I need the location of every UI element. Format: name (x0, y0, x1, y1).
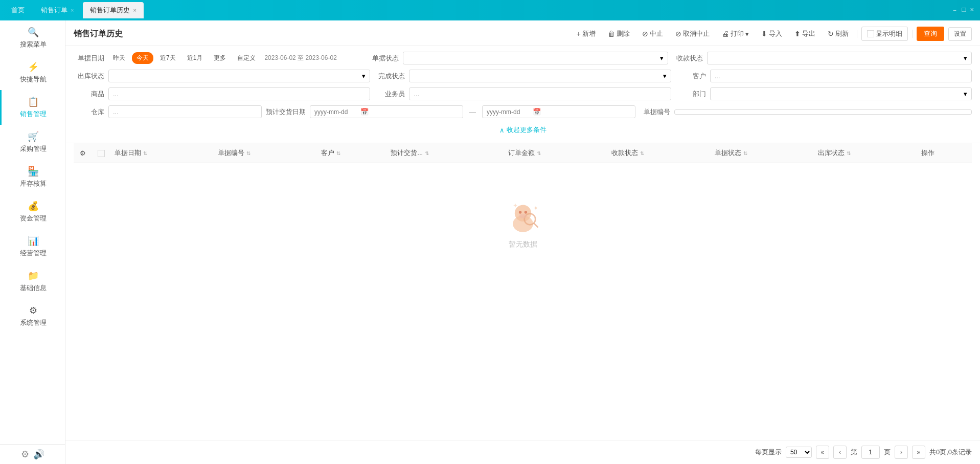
th-order-no-label: 单据编号 (218, 149, 244, 157)
sales-person-input[interactable]: ... (409, 87, 671, 100)
th-order-status[interactable]: 单据状态 ⇅ (711, 143, 814, 163)
prev-page-btn[interactable]: ‹ (833, 446, 847, 459)
delete-btn[interactable]: 🗑 删除 (604, 27, 634, 40)
sidebar-volume-icon[interactable]: 🔊 (33, 449, 44, 460)
basic-info-icon: 📁 (28, 270, 39, 281)
th-date[interactable]: 单据日期 ⇅ (110, 143, 214, 163)
out-stock-status-select[interactable]: ▾ (108, 70, 370, 82)
sidebar-item-finance[interactable]: 💰 资金管理 (0, 194, 65, 229)
display-columns-checkbox-label[interactable]: 显示明细 (861, 27, 908, 41)
refresh-btn[interactable]: ↻ 刷新 (824, 27, 853, 40)
sidebar-item-quick-nav[interactable]: ⚡ 快捷导航 (0, 55, 65, 90)
calendar-end-icon[interactable]: 📅 (533, 108, 541, 116)
calendar-start-icon[interactable]: 📅 (360, 108, 369, 116)
sales-mgmt-icon: 📋 (28, 96, 39, 107)
order-status-select[interactable]: ▾ (403, 52, 668, 64)
settings-filter-btn[interactable]: 设置 (948, 27, 972, 41)
sidebar-item-purchase-mgmt[interactable]: 🛒 采购管理 (0, 125, 65, 160)
new-btn[interactable]: + 新增 (573, 27, 600, 40)
th-order-status-label: 单据状态 (715, 149, 741, 157)
th-checkbox[interactable] (92, 143, 110, 163)
last-page-btn[interactable]: » (912, 446, 925, 459)
tab-sales-order[interactable]: 销售订单 × (34, 2, 81, 18)
sidebar-settings-icon[interactable]: ⚙ (21, 449, 29, 460)
date-label: 单据日期 (74, 54, 104, 63)
filter-row-2: 出库状态 ▾ 完成状态 ▾ 客户 ... (74, 70, 972, 82)
tab-sales-order-close[interactable]: × (71, 7, 74, 13)
per-page-select[interactable]: 50 10 20 100 (786, 447, 812, 458)
date-btn-custom[interactable]: 自定义 (233, 52, 260, 64)
date-btn-more[interactable]: 更多 (209, 52, 231, 64)
sidebar-item-system-mgmt[interactable]: ⚙ 系统管理 (0, 299, 65, 334)
display-columns-checkbox[interactable] (867, 30, 874, 37)
date-btn-yesterday[interactable]: 昨天 (108, 52, 130, 64)
tab-sales-order-history-close[interactable]: × (133, 7, 136, 13)
export-icon: ⬆ (794, 30, 801, 38)
maximize-btn[interactable]: □ (962, 6, 966, 15)
out-stock-dropdown-icon: ▾ (362, 72, 366, 80)
print-icon: 🖨 (722, 30, 729, 38)
export-btn[interactable]: ⬆ 导出 (790, 27, 819, 40)
close-btn[interactable]: × (970, 6, 974, 15)
sidebar-item-operations[interactable]: 📊 经营管理 (0, 229, 65, 264)
new-icon: + (577, 30, 581, 38)
query-btn[interactable]: 查询 (917, 27, 944, 41)
import-btn[interactable]: ⬇ 导入 (757, 27, 786, 40)
refresh-icon: ↻ (828, 30, 834, 38)
stop-btn[interactable]: ⊘ 中止 (638, 27, 667, 40)
page-prefix-label: 第 (851, 448, 857, 457)
sidebar-item-basic-info[interactable]: 📁 基础信息 (0, 264, 65, 299)
print-btn[interactable]: 🖨 打印 ▾ (718, 27, 753, 40)
delivery-end-field[interactable] (487, 108, 533, 116)
th-delivery-date[interactable]: 预计交货... ⇅ (386, 143, 504, 163)
delivery-date-start-input[interactable]: 📅 (310, 105, 463, 118)
stop-icon: ⊘ (642, 30, 648, 38)
minimize-btn[interactable]: － (951, 6, 958, 15)
order-number-input[interactable] (674, 109, 972, 115)
tab-sales-order-history[interactable]: 销售订单历史 × (83, 2, 143, 18)
header-checkbox[interactable] (98, 150, 105, 157)
th-pay-status[interactable]: 收款状态 ⇅ (607, 143, 711, 163)
cancel-stop-btn[interactable]: ⊘ 取消中止 (671, 27, 714, 40)
th-customer-sort-icon: ⇅ (336, 150, 340, 156)
sidebar-item-search-menu[interactable]: 🔍 搜索菜单 (0, 20, 65, 55)
content-area: 销售订单历史 + 新增 🗑 删除 ⊘ 中止 ⊘ (65, 20, 980, 464)
th-delivery-date-label: 预计交货... (391, 149, 423, 157)
data-table: ⚙ 单据日期 ⇅ 单据编号 ⇅ (74, 143, 972, 280)
department-dropdown-icon: ▾ (964, 90, 967, 98)
th-order-no[interactable]: 单据编号 ⇅ (214, 143, 317, 163)
filter-area: 单据日期 昨天 今天 近7天 近1月 更多 自定义 2023-06-02 至 2… (65, 46, 980, 143)
date-btn-today[interactable]: 今天 (132, 52, 153, 64)
display-columns-label: 显示明细 (876, 29, 902, 38)
sidebar-item-sales-mgmt-label: 销售管理 (20, 109, 47, 119)
date-btn-last1m[interactable]: 近1月 (183, 52, 208, 64)
product-input[interactable]: ... (108, 87, 370, 100)
svg-text:✦: ✦ (513, 202, 518, 209)
delivery-date-end-input[interactable]: 📅 (482, 105, 635, 118)
th-gear[interactable]: ⚙ (74, 143, 92, 163)
search-menu-icon: 🔍 (28, 27, 39, 38)
tab-sales-order-history-label: 销售订单历史 (90, 6, 130, 15)
department-select[interactable]: ▾ (710, 87, 972, 100)
next-page-btn[interactable]: › (895, 446, 908, 459)
th-out-stock-status[interactable]: 出库状态 ⇅ (814, 143, 917, 163)
date-btn-last7[interactable]: 近7天 (155, 52, 180, 64)
th-amount[interactable]: 订单金额 ⇅ (504, 143, 607, 163)
toolbar-divider (857, 30, 857, 38)
customer-input[interactable]: ... (710, 70, 972, 82)
warehouse-input[interactable]: ... (108, 105, 262, 118)
current-page-input[interactable] (861, 446, 880, 459)
sidebar-item-inventory[interactable]: 🏪 库存核算 (0, 160, 65, 194)
collapse-row[interactable]: ∧ 收起更多条件 (74, 123, 972, 137)
sidebar-item-sales-mgmt[interactable]: 📋 销售管理 (0, 90, 65, 125)
tab-home[interactable]: 首页 (4, 2, 32, 18)
complete-status-select[interactable]: ▾ (409, 70, 671, 82)
th-customer[interactable]: 客户 ⇅ (317, 143, 386, 163)
svg-line-5 (534, 224, 537, 227)
sidebar-item-purchase-mgmt-label: 采购管理 (20, 144, 47, 153)
inventory-icon: 🏪 (28, 166, 39, 177)
delivery-start-field[interactable] (314, 108, 360, 116)
first-page-btn[interactable]: « (816, 446, 829, 459)
th-action-label: 操作 (921, 149, 935, 157)
pay-status-select[interactable]: ▾ (707, 52, 972, 64)
